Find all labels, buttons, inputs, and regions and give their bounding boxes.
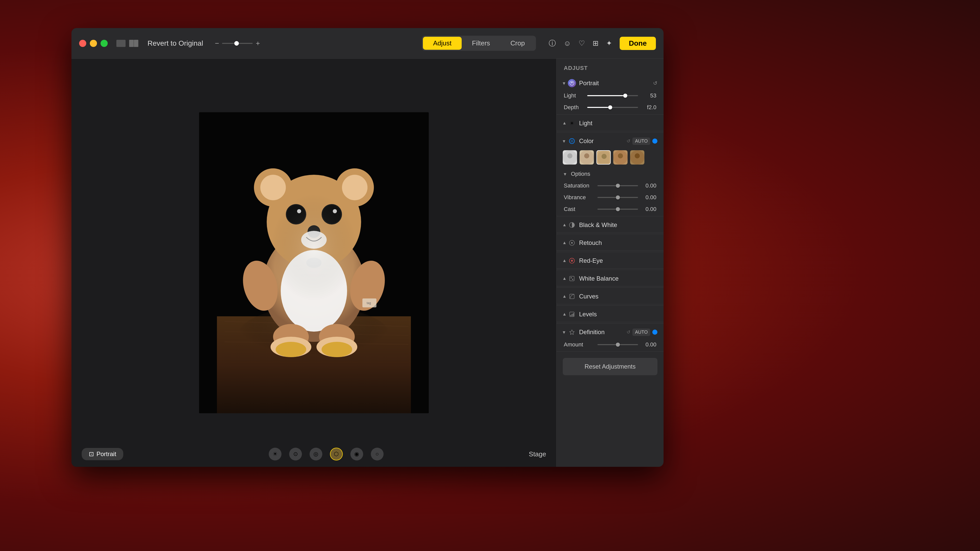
svg-rect-62 — [573, 313, 574, 316]
portrait-icon: ⊡ — [89, 451, 94, 457]
portrait-section-header[interactable]: ▾ Portrait ↺ — [557, 76, 663, 90]
divider-10 — [557, 351, 663, 352]
cube-tool-icon[interactable]: ⬡ — [330, 448, 343, 460]
slider-minus-icon[interactable]: − — [215, 39, 219, 48]
light-icon: ☀ — [568, 119, 576, 127]
portrait-depth-slider[interactable] — [587, 107, 638, 108]
vibrance-slider[interactable] — [597, 197, 638, 198]
close-button[interactable] — [79, 40, 86, 47]
portrait-badge[interactable]: ⊡ Portrait — [82, 448, 123, 460]
divider-7 — [557, 287, 663, 288]
color-section-label: Color — [579, 138, 627, 144]
bear-image: tag — [199, 112, 429, 413]
portrait-reset-icon[interactable]: ↺ — [653, 80, 657, 86]
exposure-slider-control[interactable]: − + — [215, 39, 260, 48]
minimize-button[interactable] — [90, 40, 97, 47]
options-toggle[interactable]: ▾ Options — [557, 168, 663, 180]
portrait-section-label: Portrait — [579, 79, 653, 87]
portrait-depth-thumb[interactable] — [608, 105, 612, 110]
exposure-slider-track[interactable] — [222, 43, 253, 44]
divider-5 — [557, 252, 663, 252]
retouch-section-header[interactable]: ▸ Retouch — [557, 235, 663, 251]
slider-plus-icon[interactable]: + — [256, 39, 260, 48]
definition-section-header[interactable]: ▾ Definition ↺ AUTO — [557, 324, 663, 339]
tab-filters[interactable]: Filters — [462, 37, 500, 50]
wb-section-header[interactable]: ▸ White Balance — [557, 271, 663, 286]
split-view-icon[interactable] — [129, 40, 138, 47]
tab-crop[interactable]: Crop — [500, 37, 535, 50]
cast-row: Cast 0.00 — [557, 203, 663, 215]
color-preset-2[interactable] — [579, 150, 594, 165]
cast-slider[interactable] — [597, 209, 638, 210]
saturation-thumb[interactable] — [616, 184, 620, 188]
portrait-light-thumb[interactable] — [623, 94, 627, 98]
vibrance-thumb[interactable] — [616, 195, 620, 200]
retouch-chevron-icon: ▸ — [561, 241, 567, 244]
color-undo-icon[interactable]: ↺ — [627, 138, 630, 144]
exposure-slider-thumb[interactable] — [234, 41, 239, 46]
divider-4 — [557, 234, 663, 234]
main-window: Revert to Original − + Adjust Filters Cr… — [72, 28, 663, 467]
export-icon[interactable]: ⊞ — [593, 39, 598, 48]
circle3-tool-icon[interactable]: ◉ — [350, 448, 363, 460]
options-chevron-icon: ▾ — [564, 171, 566, 177]
info-icon[interactable]: ⓘ — [549, 38, 556, 48]
curves-section-header[interactable]: ▸ Curves — [557, 289, 663, 304]
definition-amount-thumb[interactable] — [616, 343, 620, 347]
curves-chevron-icon: ▸ — [561, 295, 567, 298]
color-preset-4[interactable] — [613, 150, 628, 165]
bw-section-header[interactable]: ▸ Black & White — [557, 218, 663, 233]
color-active-indicator — [652, 138, 657, 144]
circle-tool-icon[interactable]: ⊙ — [289, 448, 302, 460]
cast-value: 0.00 — [641, 206, 656, 213]
color-preset-1[interactable] — [563, 150, 577, 165]
definition-amount-row: Amount 0.00 — [557, 339, 663, 351]
redeye-section-header[interactable]: ▸ Red-Eye — [557, 253, 663, 268]
svg-text:tag: tag — [367, 301, 371, 305]
svg-rect-55 — [570, 276, 574, 281]
circle4-tool-icon[interactable]: ○ — [371, 448, 383, 460]
saturation-slider[interactable] — [597, 185, 638, 186]
svg-point-47 — [618, 153, 623, 159]
maximize-button[interactable] — [100, 40, 108, 47]
reset-adjustments-button[interactable]: Reset Adjustments — [563, 358, 657, 375]
definition-undo-icon[interactable]: ↺ — [627, 329, 630, 335]
color-section-header[interactable]: ▾ Color ↺ AUTO — [557, 133, 663, 148]
titlebar-right-icons: ⓘ ☺ ♡ ⊞ ✦ Done — [549, 37, 656, 50]
share-icon[interactable]: ☺ — [563, 39, 571, 48]
levels-chevron-icon: ▸ — [561, 313, 567, 316]
definition-amount-slider[interactable] — [597, 344, 638, 345]
levels-section-label: Levels — [579, 311, 657, 318]
redeye-section: ▸ Red-Eye — [557, 253, 663, 268]
light-section-header[interactable]: ▸ ☀ Light — [557, 116, 663, 131]
light-section-label: Light — [579, 120, 657, 127]
wb-section-label: White Balance — [579, 275, 657, 282]
sun-tool-icon[interactable]: ☀ — [269, 448, 282, 460]
single-view-icon[interactable] — [116, 40, 126, 47]
cast-thumb[interactable] — [616, 207, 620, 211]
color-icon — [568, 137, 576, 145]
favorite-icon[interactable]: ♡ — [579, 39, 585, 48]
definition-active-indicator — [652, 330, 657, 335]
svg-point-41 — [567, 153, 573, 159]
svg-point-33 — [242, 176, 385, 354]
color-preset-3[interactable] — [597, 150, 611, 165]
portrait-light-slider[interactable] — [587, 95, 638, 96]
redeye-section-label: Red-Eye — [579, 257, 657, 264]
svg-rect-61 — [572, 314, 573, 316]
tab-adjust[interactable]: Adjust — [423, 37, 462, 50]
done-button[interactable]: Done — [620, 37, 656, 50]
saturation-row: Saturation 0.00 — [557, 180, 663, 192]
revert-button[interactable]: Revert to Original — [143, 38, 207, 49]
magic-icon[interactable]: ✦ — [606, 39, 612, 48]
levels-section-header[interactable]: ▸ Levels — [557, 306, 663, 322]
photo-area: tag ⊡ Portrait ☀ ⊙ ◎ ⬡ ◉ ○ Stage — [72, 59, 556, 467]
definition-amount-label: Amount — [564, 341, 594, 348]
light-section: ▸ ☀ Light — [557, 116, 663, 131]
curves-section: ▸ Curves — [557, 289, 663, 304]
circle2-tool-icon[interactable]: ◎ — [310, 448, 322, 460]
color-preset-5[interactable] — [630, 150, 644, 165]
divider-2 — [557, 132, 663, 132]
retouch-section-label: Retouch — [579, 239, 657, 246]
stage-label: Stage — [529, 450, 546, 458]
